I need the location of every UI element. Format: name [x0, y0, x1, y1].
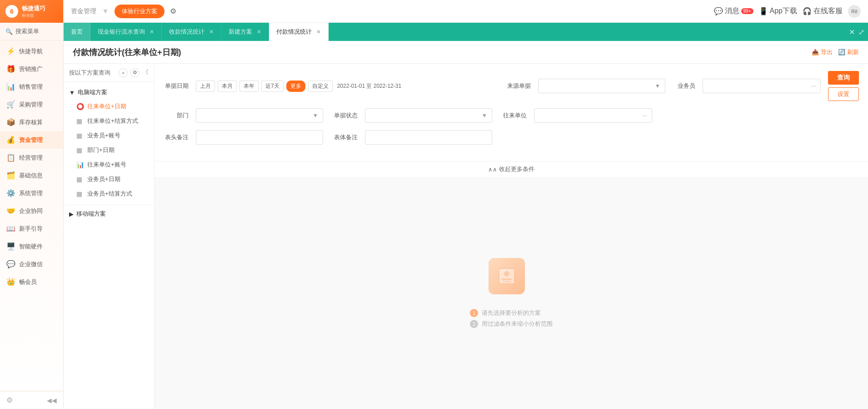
topbar-app-download[interactable]: 📱 App下载 [759, 6, 797, 16]
sidebar-item-inventory[interactable]: 📦 库存核算 [0, 113, 63, 131]
tab-receipt-stats[interactable]: 收款情况统计 ✕ [162, 23, 221, 41]
tab-new-scheme[interactable]: 新建方案 ✕ [221, 23, 269, 41]
source-bill-label: 来源单据 [504, 82, 531, 90]
tab-new-scheme-label: 新建方案 [229, 28, 252, 36]
svg-point-1 [504, 271, 509, 277]
sidebar-item-hardware[interactable]: 🖥️ 智能硬件 [0, 237, 63, 255]
tab-close-bank-flow[interactable]: ✕ [150, 29, 154, 35]
refresh-icon: 🔄 [838, 49, 845, 56]
scheme-item-staff-date[interactable]: ▦ 业务员+日期 [64, 172, 154, 187]
desktop-scheme-header[interactable]: ▼ 电脑端方案 [64, 86, 154, 99]
source-bill-select[interactable]: ▼ [538, 79, 665, 93]
tab-payment-stats[interactable]: 付款情况统计 ✕ [269, 23, 329, 41]
weixin-icon: 💬 [6, 260, 15, 268]
tab-close-new-scheme[interactable]: ✕ [257, 29, 261, 35]
date-btn-this-month[interactable]: 本月 [218, 81, 237, 92]
sidebar-nav: ⚡ 快捷导航 🎁 营销推广 📊 销售管理 🛒 采购管理 📦 库存核算 💰 资金管… [0, 40, 63, 391]
filter-actions: 查询 设置 [828, 71, 859, 101]
topbar-messages[interactable]: 💬 消息 99+ [714, 6, 753, 16]
setting-button[interactable]: 设置 [828, 87, 859, 101]
mobile-scheme-header[interactable]: ▶ 移动端方案 [64, 207, 154, 221]
collapse-button[interactable]: ∧∧ 收起更多条件 [155, 161, 868, 177]
sidebar-item-label: 快捷导航 [19, 47, 43, 56]
tab-close-all-button[interactable]: ✕ [849, 28, 855, 36]
tab-bank-flow[interactable]: 现金银行流水查询 ✕ [90, 23, 162, 41]
sidebar-settings-icon[interactable]: ⚙ [6, 396, 13, 404]
mobile-scheme-label: 移动端方案 [76, 210, 106, 218]
sidebar-item-operation[interactable]: 📋 经营管理 [0, 149, 63, 167]
operation-icon: 📋 [6, 153, 15, 162]
hint-text-2: 用过滤条件来缩小分析范围 [482, 320, 553, 328]
add-scheme-button[interactable]: + [119, 68, 128, 77]
settings-scheme-button[interactable]: ⚙ [130, 68, 140, 77]
related-unit-select[interactable]: ··· [534, 108, 652, 123]
refresh-button[interactable]: 🔄 刷新 [838, 48, 859, 56]
date-btn-7days[interactable]: 近7天 [261, 81, 284, 92]
topbar-settings-icon[interactable]: ⚙ [170, 7, 176, 15]
sidebar-item-label: 智能硬件 [19, 242, 43, 251]
scheme-item-unit-settle[interactable]: ▦ 往来单位+结算方式 [64, 114, 154, 128]
sidebar-search[interactable]: 🔍 搜索菜单 [0, 23, 63, 40]
header-note-input[interactable] [196, 130, 323, 145]
scheme-item-label: 业务员+账号 [87, 131, 120, 140]
chart-icon: 📊 [76, 161, 84, 168]
tab-close-receipt-stats[interactable]: ✕ [209, 29, 214, 35]
user-avatar[interactable]: Rit [848, 5, 861, 18]
staff-label: 业务员 [673, 82, 695, 90]
collapse-scheme-button[interactable]: 《 [142, 68, 149, 77]
service-icon: 🎧 [803, 7, 812, 15]
scheme-item-icon: ▦ [76, 117, 84, 125]
desktop-scheme-group: ▼ 电脑端方案 ⭕ 往来单位+日期 ▦ 往来单位+结算方式 ▦ 业务员+账号 [64, 82, 154, 205]
hint-item-2: 2 用过滤条件来缩小分析范围 [470, 320, 553, 328]
scheme-item-icon: ▦ [76, 146, 84, 154]
collab-icon: 🤝 [6, 207, 15, 215]
sidebar-item-weixin[interactable]: 💬 企业微信 [0, 255, 63, 273]
scheme-item-label: 往来单位+账号 [87, 161, 126, 169]
sidebar-item-basic[interactable]: 🗂️ 基础信息 [0, 167, 63, 184]
empty-icon [489, 258, 534, 303]
sidebar-item-label: 资金管理 [19, 136, 43, 144]
tab-home[interactable]: 首页 [64, 23, 90, 41]
ellipsis-icon: ··· [811, 83, 816, 89]
sidebar-item-system[interactable]: ⚙️ 系统管理 [0, 184, 63, 202]
inventory-icon: 📦 [6, 118, 15, 126]
sidebar-item-label: 畅会员 [19, 278, 37, 286]
sidebar-item-sales[interactable]: 📊 销售管理 [0, 78, 63, 96]
hint-num-1: 1 [470, 309, 478, 317]
date-btn-this-year[interactable]: 本年 [239, 81, 259, 92]
sidebar-item-label: 销售管理 [19, 83, 43, 91]
scheme-item-staff-settle[interactable]: ▦ 业务员+结算方式 [64, 187, 154, 201]
tab-close-payment-stats[interactable]: ✕ [316, 29, 321, 35]
empty-hint: 1 请先选择要分析的方案 2 用过滤条件来缩小分析范围 [470, 309, 553, 328]
body-note-input[interactable] [365, 130, 492, 145]
topbar-online-service[interactable]: 🎧 在线客服 [803, 6, 843, 16]
sidebar-item-purchase[interactable]: 🛒 采购管理 [0, 96, 63, 113]
bill-status-select[interactable]: ▼ [365, 108, 492, 123]
sidebar-item-collab[interactable]: 🤝 企业协同 [0, 202, 63, 220]
scheme-item-dept-date[interactable]: ▦ 部门+日期 [64, 143, 154, 157]
dept-select[interactable]: ▼ [196, 108, 323, 123]
scheme-item-icon: ▦ [76, 190, 84, 197]
scheme-item-unit-date[interactable]: ⭕ 往来单位+日期 [64, 99, 154, 114]
sidebar-item-quick-nav[interactable]: ⚡ 快捷导航 [0, 42, 63, 60]
query-button[interactable]: 查询 [828, 71, 859, 85]
trial-button[interactable]: 体验行业方案 [115, 5, 165, 18]
sidebar-collapse-icon[interactable]: ◀◀ [47, 397, 57, 404]
guide-icon: 📖 [6, 224, 15, 233]
staff-select[interactable]: ··· [703, 79, 821, 93]
sidebar-item-marketing[interactable]: 🎁 营销推广 [0, 60, 63, 78]
scheme-item-unit-account[interactable]: 📊 往来单位+账号 [64, 157, 154, 172]
export-button[interactable]: 📤 导出 [812, 48, 833, 56]
logo-name: 畅捷通巧 [22, 5, 45, 13]
date-btn-custom[interactable]: 自定义 [308, 81, 333, 92]
date-btn-more[interactable]: 更多 [286, 81, 305, 92]
scheme-panel-header: 按以下方案查询 + ⚙ 《 [64, 64, 154, 82]
date-btn-last-month[interactable]: 上月 [196, 81, 215, 92]
scheme-item-staff-account[interactable]: ▦ 业务员+账号 [64, 128, 154, 143]
related-unit-label: 往来单位 [499, 111, 527, 120]
tab-expand-button[interactable]: ⤢ [858, 28, 864, 36]
member-icon: 👑 [6, 278, 15, 286]
sidebar-item-guide[interactable]: 📖 新手引导 [0, 220, 63, 237]
sidebar-item-member[interactable]: 👑 畅会员 [0, 273, 63, 291]
sidebar-item-finance[interactable]: 💰 资金管理 [0, 131, 63, 149]
